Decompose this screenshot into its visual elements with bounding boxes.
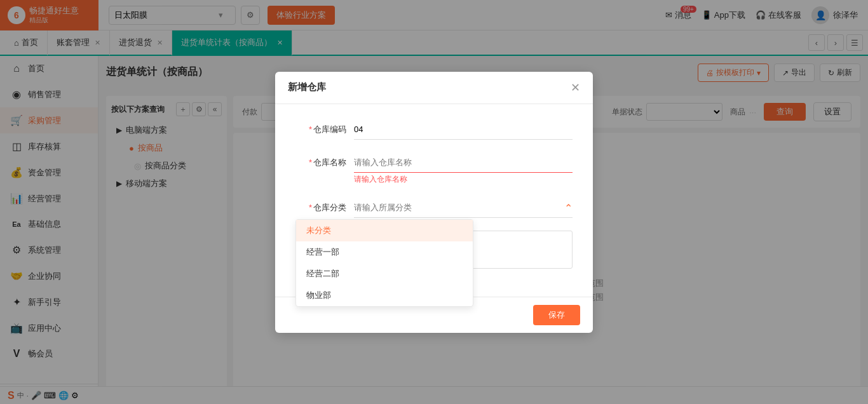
name-error-msg: 请输入仓库名称	[354, 174, 407, 185]
dialog-header: 新增仓库 ✕	[275, 72, 593, 104]
category-dropdown-list: 未分类 经营一部 经营二部 物业部	[295, 219, 473, 307]
category-dropdown-arrow[interactable]: ⌃	[564, 201, 573, 213]
name-label: *仓库名称	[295, 157, 346, 168]
dialog-close-btn[interactable]: ✕	[571, 81, 580, 95]
dialog-title: 新增仓库	[288, 81, 326, 93]
category-label: *仓库分类	[295, 202, 346, 213]
form-row-category: *仓库分类 ⌃ 未分类 经营一部 经营二部	[295, 198, 573, 218]
code-label: *仓库编码	[295, 124, 346, 135]
code-input[interactable]	[354, 119, 573, 140]
modal-overlay[interactable]: 新增仓库 ✕ *仓库编码 *仓库名称 请输入仓	[0, 0, 868, 404]
new-warehouse-dialog: 新增仓库 ✕ *仓库编码 *仓库名称 请输入仓	[275, 72, 593, 333]
dropdown-item-dept2[interactable]: 经营二部	[296, 263, 473, 285]
form-row-code: *仓库编码	[295, 119, 573, 140]
form-row-name: *仓库名称 请输入仓库名称	[295, 152, 573, 185]
dropdown-item-dept1[interactable]: 经营一部	[296, 241, 473, 263]
save-button[interactable]: 保存	[533, 305, 580, 325]
dropdown-item-uncategorized[interactable]: 未分类	[296, 220, 473, 241]
name-input[interactable]	[354, 152, 573, 173]
category-select-wrapper: ⌃ 未分类 经营一部 经营二部 物业部	[354, 198, 573, 218]
dropdown-item-dept3[interactable]: 物业部	[296, 285, 473, 306]
dialog-body: *仓库编码 *仓库名称 请输入仓库名称 *仓库分类	[275, 104, 593, 297]
category-input[interactable]	[354, 198, 573, 218]
